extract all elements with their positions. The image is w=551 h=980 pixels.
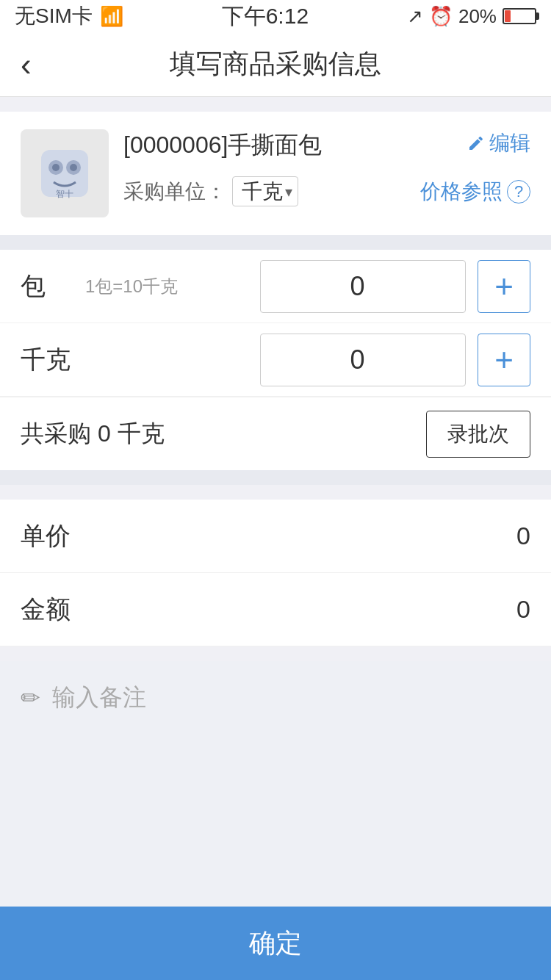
unit-price-label: 单价 [21, 519, 71, 553]
nav-bar: ‹ 填写商品采购信息 [0, 32, 551, 97]
price-ref-label: 价格参照 [420, 178, 503, 206]
kg-input-row: 千克 + [0, 323, 551, 397]
edit-icon [467, 134, 485, 152]
kg-input[interactable] [260, 334, 466, 386]
help-icon: ? [507, 180, 530, 203]
kg-label: 千克 [21, 343, 79, 377]
back-button[interactable]: ‹ [21, 48, 32, 81]
bao-label: 包 [21, 270, 79, 303]
bao-plus-button[interactable]: + [478, 260, 530, 313]
amount-label: 金额 [21, 593, 71, 627]
status-left: 无SIM卡 📶 [15, 2, 123, 30]
total-row: 共采购 0 千克 录批次 [0, 397, 551, 470]
total-value-num: 0 [98, 420, 111, 447]
product-name-row: [0000006]手撕面包 编辑 [123, 129, 530, 162]
bao-input[interactable] [260, 260, 466, 313]
svg-point-3 [52, 164, 60, 171]
bao-input-row: 包 1包=10千克 + [0, 250, 551, 323]
wifi-icon: 📶 [100, 5, 123, 28]
product-info: [0000006]手撕面包 编辑 采购单位： 千克 包 价格参照 [123, 129, 530, 206]
kg-plus-button[interactable]: + [478, 334, 530, 386]
amount-value: 0 [516, 595, 530, 624]
svg-point-4 [70, 164, 77, 171]
remark-placeholder: 输入备注 [52, 682, 146, 714]
divider-1 [0, 235, 551, 250]
edit-button[interactable]: 编辑 [467, 129, 530, 157]
product-full-name: [0000006]手撕面包 [123, 129, 467, 162]
product-section: 智十 [0000006]手撕面包 编辑 采购单位： 千克 包 [0, 112, 551, 235]
svg-text:智十: 智十 [56, 189, 73, 199]
confirm-label: 确定 [249, 926, 302, 962]
input-section: 包 1包=10千克 + 千克 + [0, 250, 551, 397]
remark-icon: ✏ [21, 684, 40, 712]
price-section: 单价 0 金额 0 [0, 500, 551, 646]
bao-input-wrapper: + [178, 260, 530, 313]
location-icon: ↗ [407, 5, 423, 28]
amount-row: 金额 0 [0, 573, 551, 646]
kg-input-wrapper: + [79, 334, 530, 386]
status-right: ↗ ⏰ 20% [407, 5, 536, 28]
carrier-text: 无SIM卡 [15, 2, 93, 30]
confirm-button[interactable]: 确定 [0, 907, 551, 980]
total-label: 共采购 [21, 420, 91, 447]
unit-price-row: 单价 0 [0, 500, 551, 573]
unit-selector-group: 采购单位： 千克 包 [123, 176, 298, 206]
unit-select[interactable]: 千克 包 [232, 176, 298, 206]
total-text: 共采购 0 千克 [21, 418, 165, 450]
alarm-icon: ⏰ [429, 5, 453, 28]
bao-sub-label: 1包=10千克 [85, 275, 178, 298]
status-bar: 无SIM卡 📶 下午6:12 ↗ ⏰ 20% [0, 0, 551, 32]
remark-section[interactable]: ✏ 输入备注 [0, 661, 551, 735]
product-image: 智十 [21, 129, 109, 217]
unit-price-value: 0 [516, 522, 530, 550]
divider-2 [0, 470, 551, 485]
edit-label[interactable]: 编辑 [489, 129, 530, 157]
batch-button[interactable]: 录批次 [426, 411, 530, 458]
battery-percentage: 20% [458, 5, 497, 28]
unit-label: 采购单位： [123, 178, 226, 206]
unit-select-wrapper[interactable]: 千克 包 [232, 176, 298, 206]
page-title: 填写商品采购信息 [170, 46, 381, 82]
total-unit-text: 千克 [118, 420, 165, 447]
time-display: 下午6:12 [222, 1, 309, 32]
product-logo-icon: 智十 [35, 144, 94, 203]
battery-icon [503, 8, 536, 24]
product-unit-row: 采购单位： 千克 包 价格参照 ? [123, 176, 530, 206]
price-reference-button[interactable]: 价格参照 ? [420, 178, 530, 206]
